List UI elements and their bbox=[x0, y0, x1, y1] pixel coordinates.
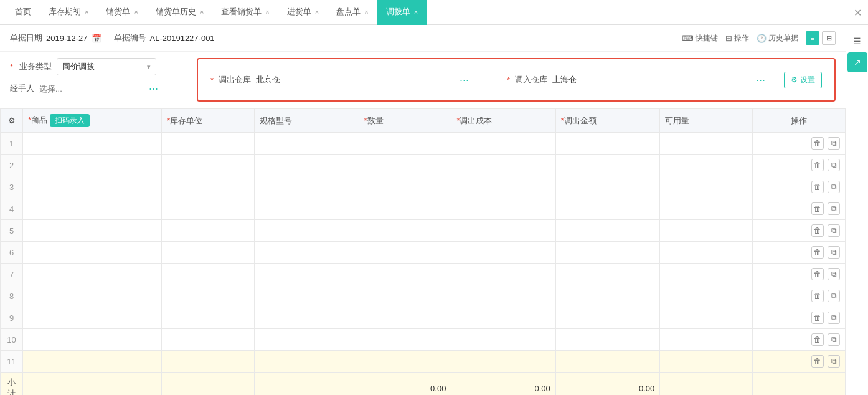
tab-home[interactable]: 首页 bbox=[6, 0, 40, 25]
tab-sales-history[interactable]: 销货单历史 × bbox=[147, 0, 212, 25]
qty-cell[interactable] bbox=[359, 155, 451, 176]
copy-icon[interactable]: ⧉ bbox=[828, 137, 840, 150]
scan-button[interactable]: 扫码录入 bbox=[50, 114, 90, 127]
copy-icon[interactable]: ⧉ bbox=[828, 290, 840, 302]
history-button[interactable]: 🕐 历史单据 bbox=[757, 33, 798, 44]
amount-cell[interactable] bbox=[555, 351, 659, 373]
unit-cell[interactable] bbox=[162, 133, 255, 155]
amount-cell[interactable] bbox=[555, 155, 659, 176]
business-type-select[interactable]: 同价调拨 ▾ bbox=[57, 58, 156, 75]
delete-icon[interactable]: 🗑 bbox=[811, 159, 824, 171]
cost-cell[interactable] bbox=[451, 133, 555, 155]
copy-icon[interactable]: ⧉ bbox=[828, 355, 840, 368]
amount-cell[interactable] bbox=[555, 176, 659, 198]
product-cell[interactable] bbox=[23, 176, 162, 198]
delete-icon[interactable]: 🗑 bbox=[811, 355, 824, 368]
cost-cell[interactable] bbox=[451, 198, 555, 220]
sidebar-export-icon[interactable]: ↗ bbox=[847, 52, 867, 72]
layout-list-icon[interactable]: ≡ bbox=[806, 31, 819, 45]
amount-cell[interactable] bbox=[555, 329, 659, 351]
shortcuts-button[interactable]: ⌨ 快捷键 bbox=[682, 33, 718, 44]
tab-transfer[interactable]: 调拨单 × bbox=[377, 0, 427, 25]
tab-inventory-init[interactable]: 库存期初 × bbox=[40, 0, 97, 25]
cost-cell[interactable] bbox=[451, 351, 555, 373]
copy-icon[interactable]: ⧉ bbox=[828, 268, 840, 280]
delete-icon[interactable]: 🗑 bbox=[811, 224, 824, 237]
cost-cell[interactable] bbox=[451, 285, 555, 307]
amount-cell[interactable] bbox=[555, 285, 659, 307]
tab-purchase-order[interactable]: 进货单 × bbox=[278, 0, 328, 25]
copy-icon[interactable]: ⧉ bbox=[828, 312, 840, 324]
operations-button[interactable]: ⊞ 操作 bbox=[725, 33, 749, 44]
spec-cell[interactable] bbox=[255, 198, 359, 220]
copy-icon[interactable]: ⧉ bbox=[828, 181, 840, 193]
unit-cell[interactable] bbox=[162, 264, 255, 285]
tab-sales-order[interactable]: 销货单 × bbox=[97, 0, 146, 25]
cost-cell[interactable] bbox=[451, 307, 555, 329]
spec-cell[interactable] bbox=[255, 351, 359, 373]
product-cell[interactable] bbox=[23, 133, 162, 155]
product-cell[interactable] bbox=[23, 242, 162, 264]
spec-cell[interactable] bbox=[255, 242, 359, 264]
close-icon[interactable]: × bbox=[85, 8, 88, 16]
delete-icon[interactable]: 🗑 bbox=[811, 268, 824, 280]
product-cell[interactable] bbox=[23, 329, 162, 351]
product-cell[interactable] bbox=[23, 155, 162, 176]
spec-cell[interactable] bbox=[255, 133, 359, 155]
spec-cell[interactable] bbox=[255, 155, 359, 176]
delete-icon[interactable]: 🗑 bbox=[811, 202, 824, 215]
amount-cell[interactable] bbox=[555, 220, 659, 242]
spec-cell[interactable] bbox=[255, 307, 359, 329]
unit-cell[interactable] bbox=[162, 198, 255, 220]
col-settings[interactable]: ⚙ bbox=[1, 109, 23, 133]
qty-cell[interactable] bbox=[359, 329, 451, 351]
product-cell[interactable] bbox=[23, 264, 162, 285]
amount-cell[interactable] bbox=[555, 307, 659, 329]
product-cell[interactable] bbox=[23, 351, 162, 373]
qty-cell[interactable] bbox=[359, 198, 451, 220]
cost-cell[interactable] bbox=[451, 155, 555, 176]
qty-cell[interactable] bbox=[359, 285, 451, 307]
qty-cell[interactable] bbox=[359, 176, 451, 198]
cost-cell[interactable] bbox=[451, 176, 555, 198]
copy-icon[interactable]: ⧉ bbox=[828, 202, 840, 215]
cost-cell[interactable] bbox=[451, 242, 555, 264]
copy-icon[interactable]: ⧉ bbox=[828, 159, 840, 171]
delete-icon[interactable]: 🗑 bbox=[811, 312, 824, 324]
delete-icon[interactable]: 🗑 bbox=[811, 181, 824, 193]
close-icon[interactable]: × bbox=[414, 8, 418, 16]
spec-cell[interactable] bbox=[255, 329, 359, 351]
unit-cell[interactable] bbox=[162, 329, 255, 351]
unit-cell[interactable] bbox=[162, 220, 255, 242]
product-cell[interactable] bbox=[23, 307, 162, 329]
close-icon[interactable]: × bbox=[200, 8, 204, 16]
spec-cell[interactable] bbox=[255, 220, 359, 242]
warehouse-in-more-button[interactable]: ··· bbox=[756, 74, 765, 85]
qty-cell[interactable] bbox=[359, 133, 451, 155]
qty-cell[interactable] bbox=[359, 220, 451, 242]
cost-cell[interactable] bbox=[451, 329, 555, 351]
unit-cell[interactable] bbox=[162, 351, 255, 373]
delete-icon[interactable]: 🗑 bbox=[811, 333, 824, 346]
unit-cell[interactable] bbox=[162, 155, 255, 176]
amount-cell[interactable] bbox=[555, 264, 659, 285]
layout-grid-icon[interactable]: ⊟ bbox=[822, 31, 836, 45]
copy-icon[interactable]: ⧉ bbox=[828, 224, 840, 237]
close-icon[interactable]: × bbox=[364, 8, 368, 16]
unit-cell[interactable] bbox=[162, 285, 255, 307]
close-window-button[interactable]: ✕ bbox=[854, 6, 862, 18]
unit-cell[interactable] bbox=[162, 242, 255, 264]
calendar-icon[interactable]: 📅 bbox=[92, 34, 101, 43]
product-cell[interactable] bbox=[23, 198, 162, 220]
delete-icon[interactable]: 🗑 bbox=[811, 137, 824, 150]
handler-more-button[interactable]: ··· bbox=[149, 83, 158, 94]
qty-cell[interactable] bbox=[359, 242, 451, 264]
product-cell[interactable] bbox=[23, 285, 162, 307]
sidebar-list-icon[interactable]: ☰ bbox=[847, 31, 867, 51]
cost-cell[interactable] bbox=[451, 264, 555, 285]
unit-cell[interactable] bbox=[162, 307, 255, 329]
tab-inventory-check[interactable]: 盘点单 × bbox=[328, 0, 377, 25]
qty-cell[interactable] bbox=[359, 264, 451, 285]
delete-icon[interactable]: 🗑 bbox=[811, 246, 824, 259]
unit-cell[interactable] bbox=[162, 176, 255, 198]
